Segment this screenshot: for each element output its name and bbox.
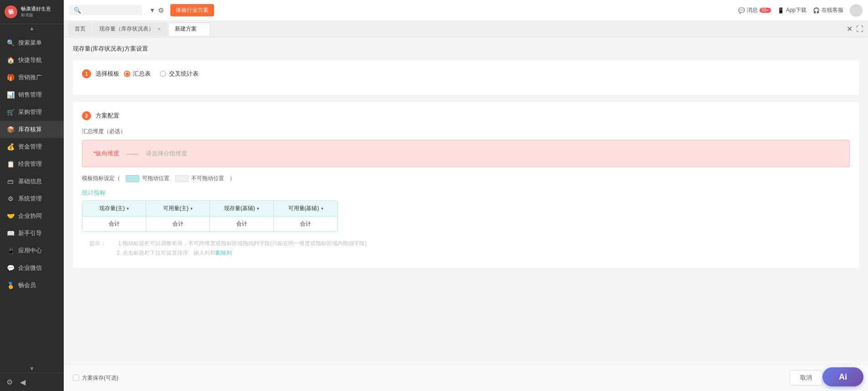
sidebar-item-weixin[interactable]: 💬 企业微信 bbox=[0, 259, 64, 277]
sidebar-item-inventory[interactable]: 📦 库存核算 bbox=[0, 121, 64, 138]
statistics-section: 统计指标 现存量(主) ▾ 可用量(主) ▾ 现存量(基辅) bbox=[82, 189, 850, 233]
tabbar: 首页 现存量（库存状况表） × 新建方案 × ✕ ⛶ bbox=[64, 21, 868, 37]
dimension-section-title: 汇总维度（必选） bbox=[82, 128, 850, 135]
sidebar-item-basic-info[interactable]: 🗃 基础信息 bbox=[0, 173, 64, 190]
stats-header-col-3[interactable]: 可用量(基辅) ▾ bbox=[274, 201, 337, 216]
search-icon-topbar: 🔍 bbox=[74, 7, 81, 14]
window-close-button[interactable]: ✕ bbox=[847, 25, 853, 33]
topbar: 🔍 ▼ ⚙ 体验行业方案 💬 消息 99+ 📱 App下载 🎧 在线客服 bbox=[64, 0, 868, 21]
draggable-legend-box bbox=[126, 175, 139, 182]
draggable-label: 可拖动位置 bbox=[142, 175, 169, 182]
tab-inventory-status[interactable]: 现存量（库存状况表） × bbox=[93, 23, 167, 36]
sidebar-item-member[interactable]: 🏅 畅会员 bbox=[0, 277, 64, 294]
stats-header-col-0[interactable]: 现存量(主) ▾ bbox=[82, 201, 146, 216]
sidebar-logo: 畅 畅康通好生意 标准版 bbox=[0, 0, 64, 24]
message-icon: 💬 bbox=[738, 7, 745, 14]
stats-header-col-1[interactable]: 可用量(主) ▾ bbox=[146, 201, 210, 216]
search-input[interactable] bbox=[84, 7, 129, 14]
ai-float-button[interactable]: Ai bbox=[822, 367, 863, 386]
sidebar: 畅 畅康通好生意 标准版 ▲ 🔍 搜索菜单 🏠 快捷导航 🎁 营销推广 📊 销售… bbox=[0, 0, 64, 391]
legend-not-draggable: 不可拖动位置 bbox=[175, 175, 224, 182]
radio-summary-dot bbox=[124, 71, 130, 77]
handshake-icon: 🤝 bbox=[6, 212, 15, 220]
not-draggable-label: 不可拖动位置 bbox=[191, 175, 224, 182]
sidebar-nav: 🔍 搜索菜单 🏠 快捷导航 🎁 营销推广 📊 销售管理 🛒 采购管理 📦 库存核… bbox=[0, 32, 64, 365]
stats-header-row: 现存量(主) ▾ 可用量(主) ▾ 现存量(基辅) ▾ 可用量(基辅) bbox=[82, 201, 337, 216]
window-expand-button[interactable]: ⛶ bbox=[856, 25, 863, 33]
app-download-button[interactable]: 📱 App下载 bbox=[777, 6, 807, 14]
stats-title: 统计指标 bbox=[82, 189, 850, 197]
step1-title: 选择模板 bbox=[96, 70, 119, 78]
topbar-right: 💬 消息 99+ 📱 App下载 🎧 在线客服 bbox=[738, 4, 863, 17]
chevron-down-icon-2: ▾ bbox=[257, 206, 259, 211]
dimension-box[interactable]: *纵向维度 —— 请选择分组维度 bbox=[82, 140, 850, 167]
legend-draggable: 可拖动位置 bbox=[126, 175, 169, 182]
cancel-button[interactable]: 取消 bbox=[790, 370, 822, 386]
sidebar-item-sales[interactable]: 📊 销售管理 bbox=[0, 86, 64, 103]
stats-table: 现存量(主) ▾ 可用量(主) ▾ 现存量(基辅) ▾ 可用量(基辅) bbox=[82, 201, 338, 232]
clipboard-icon: 📋 bbox=[6, 160, 15, 168]
topbar-settings-icon[interactable]: ⚙ bbox=[158, 6, 164, 15]
step2-header: 2 方案配置 bbox=[82, 111, 850, 120]
chevron-down-icon-0: ▾ bbox=[127, 206, 129, 211]
search-icon: 🔍 bbox=[6, 39, 15, 47]
topbar-chevron-icon[interactable]: ▼ bbox=[149, 7, 155, 14]
sidebar-item-search[interactable]: 🔍 搜索菜单 bbox=[0, 34, 64, 51]
sidebar-item-enterprise[interactable]: 🤝 企业协同 bbox=[0, 207, 64, 225]
stats-cell-3: 合计 bbox=[274, 216, 337, 232]
radio-cross[interactable]: 交叉统计表 bbox=[160, 70, 199, 78]
bottom-bar: 方案保存(可选) 取消 查询 bbox=[64, 364, 868, 391]
settings-icon[interactable]: ⚙ bbox=[6, 378, 13, 386]
scroll-down-button[interactable]: ▼ bbox=[29, 365, 35, 372]
save-option[interactable]: 方案保存(可选) bbox=[73, 374, 118, 382]
message-button[interactable]: 💬 消息 99+ bbox=[738, 6, 771, 14]
sidebar-item-finance[interactable]: 💰 资金管理 bbox=[0, 138, 64, 155]
stats-cell-2: 合计 bbox=[210, 216, 274, 232]
sidebar-item-operation[interactable]: 📋 经营管理 bbox=[0, 155, 64, 173]
sidebar-item-new-guide[interactable]: 📖 新手引导 bbox=[0, 225, 64, 242]
window-controls: ✕ ⛶ bbox=[847, 25, 863, 33]
money-icon: 💰 bbox=[6, 143, 15, 151]
step1-card: 1 选择模板 汇总表 交叉统计表 bbox=[73, 60, 859, 95]
chevron-down-icon-3: ▾ bbox=[321, 206, 323, 211]
page-title: 现存量(库存状况表)方案设置 bbox=[73, 45, 859, 53]
headset-icon: 🎧 bbox=[813, 7, 820, 14]
sidebar-item-app-center[interactable]: 📱 应用中心 bbox=[0, 242, 64, 259]
search-box[interactable]: 🔍 bbox=[69, 5, 142, 15]
customer-service-button[interactable]: 🎧 在线客服 bbox=[813, 6, 843, 14]
tip-1: 提示： 1.拖动标题栏可以调整布局，不可跨维度或指标区域拖动列字段(只能在同一维… bbox=[82, 240, 850, 247]
step1-header: 1 选择模板 汇总表 交叉统计表 bbox=[82, 69, 850, 78]
tab-inventory-close-button[interactable]: × bbox=[158, 26, 161, 32]
tab-new-plan-close-button[interactable]: × bbox=[200, 26, 204, 32]
user-avatar[interactable] bbox=[850, 4, 863, 17]
dimension-placeholder: 请选择分组维度 bbox=[146, 149, 187, 158]
step2-card: 2 方案配置 汇总维度（必选） *纵向维度 —— 请选择分组维度 模板指标设定（… bbox=[73, 102, 859, 268]
radio-summary[interactable]: 汇总表 bbox=[124, 70, 151, 78]
stats-header-col-2[interactable]: 现存量(基辅) ▾ bbox=[210, 201, 274, 216]
chevron-down-icon-1: ▾ bbox=[190, 206, 193, 211]
gift-icon: 🎁 bbox=[6, 73, 15, 82]
tips-section: 提示： 1.拖动标题栏可以调整布局，不可跨维度或指标区域拖动列字段(只能在同一维… bbox=[82, 240, 850, 257]
main-area: 🔍 ▼ ⚙ 体验行业方案 💬 消息 99+ 📱 App下载 🎧 在线客服 bbox=[64, 0, 868, 391]
indicator-label: 模板指标设定（ bbox=[82, 175, 120, 182]
dimension-dash: —— bbox=[127, 150, 138, 157]
box-icon: 📦 bbox=[6, 125, 15, 134]
book-icon: 📖 bbox=[6, 229, 15, 237]
collapse-icon[interactable]: ◀ bbox=[20, 378, 26, 386]
stats-cell-0: 合计 bbox=[82, 216, 146, 232]
sidebar-item-marketing[interactable]: 🎁 营销推广 bbox=[0, 69, 64, 86]
scroll-up-button[interactable]: ▲ bbox=[29, 25, 35, 31]
not-draggable-legend-box bbox=[175, 175, 189, 182]
topbar-icons: ▼ ⚙ bbox=[149, 6, 164, 15]
tab-new-plan[interactable]: 新建方案 × bbox=[168, 23, 210, 36]
sidebar-item-purchase[interactable]: 🛒 采购管理 bbox=[0, 103, 64, 121]
sidebar-item-system[interactable]: ⚙ 系统管理 bbox=[0, 190, 64, 207]
sidebar-item-quick-nav[interactable]: 🏠 快捷导航 bbox=[0, 51, 64, 69]
logo-icon: 畅 bbox=[5, 5, 17, 18]
logo-text: 畅康通好生意 标准版 bbox=[21, 5, 51, 18]
stats-cell-1: 合计 bbox=[146, 216, 210, 232]
trial-industry-button[interactable]: 体验行业方案 bbox=[170, 4, 214, 16]
radio-cross-dot bbox=[160, 71, 166, 77]
tab-home[interactable]: 首页 bbox=[68, 23, 92, 36]
save-checkbox[interactable] bbox=[73, 375, 79, 381]
